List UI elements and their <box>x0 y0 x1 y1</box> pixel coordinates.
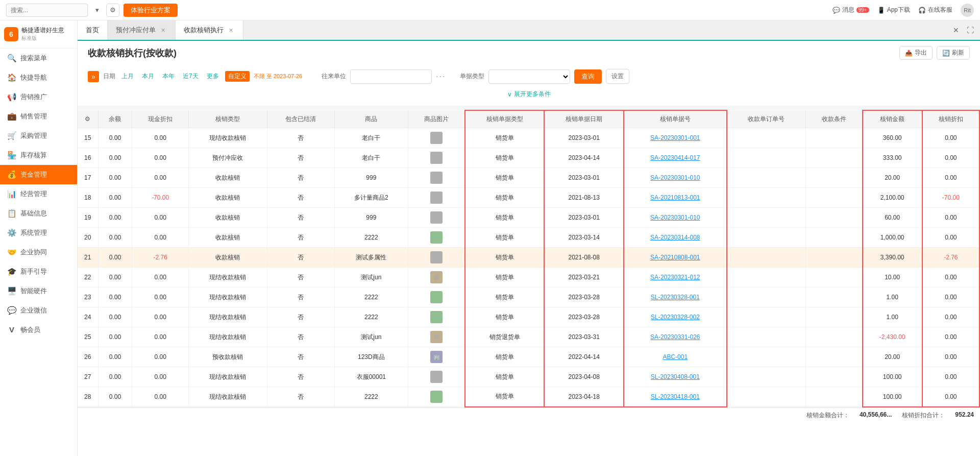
row-balance: 0.00 <box>98 188 132 208</box>
row-verify-amount: 60.00 <box>863 208 922 228</box>
row-receipt-condition <box>805 188 862 208</box>
dropdown-chevron-icon[interactable]: ▾ <box>92 4 102 17</box>
row-verify-discount: -70.00 <box>922 188 979 208</box>
export-button[interactable]: 📤 导出 <box>899 46 933 60</box>
row-receipt-condition <box>805 228 862 248</box>
row-verify-discount: 0.00 <box>922 208 979 228</box>
row-balance: 0.00 <box>98 347 132 367</box>
row-verify-order-no[interactable]: SA-20230314-008 <box>624 228 727 248</box>
date-last-month[interactable]: 上月 <box>119 71 136 82</box>
row-receipt-condition <box>805 168 862 188</box>
row-verify-order-no[interactable]: ABC-001 <box>624 347 727 367</box>
date-7days[interactable]: 近7天 <box>181 71 201 82</box>
product-image <box>430 172 443 184</box>
megaphone-icon: 📢 <box>7 92 16 102</box>
row-verify-discount: 0.00 <box>922 128 979 148</box>
row-verify-order-no[interactable]: SL-20230408-001 <box>624 367 727 387</box>
online-service-item[interactable]: 🎧 在线客服 <box>918 6 952 14</box>
row-verify-order-no[interactable]: SA-20230321-012 <box>624 268 727 287</box>
tab-home[interactable]: 首页 <box>78 20 108 40</box>
row-verify-type: 收款核销 <box>188 188 267 208</box>
headset-icon: 🎧 <box>918 7 926 14</box>
tab-receipt-close-icon[interactable]: ✕ <box>227 26 235 34</box>
row-cash-discount: 0.00 <box>132 148 188 168</box>
row-included-settled: 否 <box>267 307 334 327</box>
message-icon-item[interactable]: 💬 消息 99+ <box>832 6 869 14</box>
sidebar-item-label: 系统管理 <box>20 228 47 237</box>
tab-prepay[interactable]: 预付冲应付单 ✕ <box>108 20 176 40</box>
row-verify-order-type: 销货单 <box>465 287 545 307</box>
row-verify-order-type: 销货单 <box>465 208 545 228</box>
sidebar-item-label: 快捷导航 <box>20 73 47 82</box>
table-row: 180.00-70.00收款核销否多计量商品2销货单2021-08-13SA-2… <box>78 188 979 208</box>
sidebar-item-purchase[interactable]: 🛒 采购管理 <box>0 126 77 146</box>
date-custom[interactable]: 自定义 <box>225 71 250 82</box>
date-more[interactable]: 更多 <box>205 71 221 82</box>
row-verify-order-type: 销货退货单 <box>465 327 545 347</box>
row-verify-order-no[interactable]: SL-20230418-001 <box>624 387 727 407</box>
clipboard-icon: 📋 <box>7 209 16 218</box>
sidebar-item-guide[interactable]: 🎓 新手引导 <box>0 262 77 281</box>
product-image <box>430 251 443 263</box>
table-container[interactable]: ⚙ 余额 现金折扣 核销类型 包含已结清 商品 商品图片 核销单据类型 核销单据… <box>78 110 980 456</box>
row-verify-order-no[interactable]: SA-20230414-017 <box>624 148 727 168</box>
from-unit-input[interactable] <box>350 69 432 84</box>
order-type-select[interactable] <box>488 69 570 84</box>
tab-receipt[interactable]: 收款核销执行 ✕ <box>176 20 243 40</box>
sidebar-item-basic[interactable]: 📋 基础信息 <box>0 204 77 223</box>
row-receipt-order-no <box>727 248 806 268</box>
app-download-item[interactable]: 📱 App下载 <box>877 6 910 14</box>
sidebar-item-inventory[interactable]: 🏪 库存核算 <box>0 146 77 165</box>
row-verify-order-no[interactable]: SA-20230331-026 <box>624 327 727 347</box>
row-product-img <box>408 168 464 188</box>
sidebar-item-shortcut[interactable]: 🏠 快捷导航 <box>0 68 77 87</box>
row-balance: 0.00 <box>98 228 132 248</box>
sidebar-item-hardware[interactable]: 🖥️ 智能硬件 <box>0 281 77 301</box>
row-verify-order-no[interactable]: SA-20230301-001 <box>624 128 727 148</box>
row-receipt-order-no <box>727 287 806 307</box>
row-cash-discount: 0.00 <box>132 287 188 307</box>
page-actions: 📤 导出 🔄 刷新 <box>899 46 970 60</box>
app-icon: 📱 <box>877 7 885 14</box>
row-verify-order-no[interactable]: SA-20230301-010 <box>624 168 727 188</box>
row-balance: 0.00 <box>98 327 132 347</box>
row-verify-type: 预收款核销 <box>188 347 267 367</box>
maximize-icon[interactable]: ⛶ <box>965 25 976 36</box>
row-verify-order-no[interactable]: SL-20230328-002 <box>624 307 727 327</box>
settings-gear-icon[interactable]: ⚙ <box>106 4 119 17</box>
avatar[interactable]: Rit <box>961 4 974 17</box>
expand-more-button[interactable]: ∨ 展开更多条件 <box>503 88 555 101</box>
table-footer: 核销金额合计： 40,556,66... 核销折扣合计： 952.24 <box>78 407 980 423</box>
date-this-month[interactable]: 本月 <box>140 71 156 82</box>
search-input[interactable] <box>6 4 88 17</box>
settings-button[interactable]: 设置 <box>606 69 629 84</box>
tab-prepay-close-icon[interactable]: ✕ <box>159 26 167 34</box>
refresh-button[interactable]: 🔄 刷新 <box>937 46 970 60</box>
row-verify-order-type: 销货单 <box>465 148 545 168</box>
industry-solution-button[interactable]: 体验行业方案 <box>124 4 178 17</box>
query-button[interactable]: 查询 <box>574 69 602 84</box>
row-verify-order-no[interactable]: SA-20210813-001 <box>624 188 727 208</box>
row-product-img: 🖼 <box>408 327 464 347</box>
sidebar-item-sales[interactable]: 💼 销售管理 <box>0 107 77 126</box>
row-verify-order-date: 2021-08-08 <box>544 248 624 268</box>
unit-dots[interactable]: ··· <box>436 72 446 81</box>
table-row: 260.000.00预收款核销否123D商品🏢销货单2022-04-14ABC-… <box>78 347 979 367</box>
sidebar-item-system[interactable]: ⚙️ 系统管理 <box>0 223 77 243</box>
row-verify-order-no[interactable]: SA-20230301-010 <box>624 208 727 228</box>
sidebar-item-collab[interactable]: 🤝 企业协同 <box>0 243 77 262</box>
sidebar-item-marketing[interactable]: 📢 营销推广 <box>0 87 77 107</box>
date-this-year[interactable]: 本年 <box>160 71 177 82</box>
row-verify-order-no[interactable]: SL-20230328-001 <box>624 287 727 307</box>
sidebar-item-finance[interactable]: 💰 资金管理 <box>0 165 77 184</box>
row-verify-order-no[interactable]: SA-20210808-001 <box>624 248 727 268</box>
filter-toggle-button[interactable]: » <box>88 71 99 82</box>
close-window-icon[interactable]: ✕ <box>950 25 962 36</box>
sidebar-item-search[interactable]: 🔍 搜索菜单 <box>0 49 77 68</box>
sidebar-item-label: 新手引导 <box>20 267 47 276</box>
row-receipt-order-no <box>727 347 806 367</box>
sidebar-item-operation[interactable]: 📊 经营管理 <box>0 184 77 204</box>
sidebar-item-wechat[interactable]: 💬 企业微信 <box>0 301 77 320</box>
online-service-label: 在线客服 <box>928 6 952 14</box>
sidebar-item-member[interactable]: V 畅会员 <box>0 320 77 340</box>
